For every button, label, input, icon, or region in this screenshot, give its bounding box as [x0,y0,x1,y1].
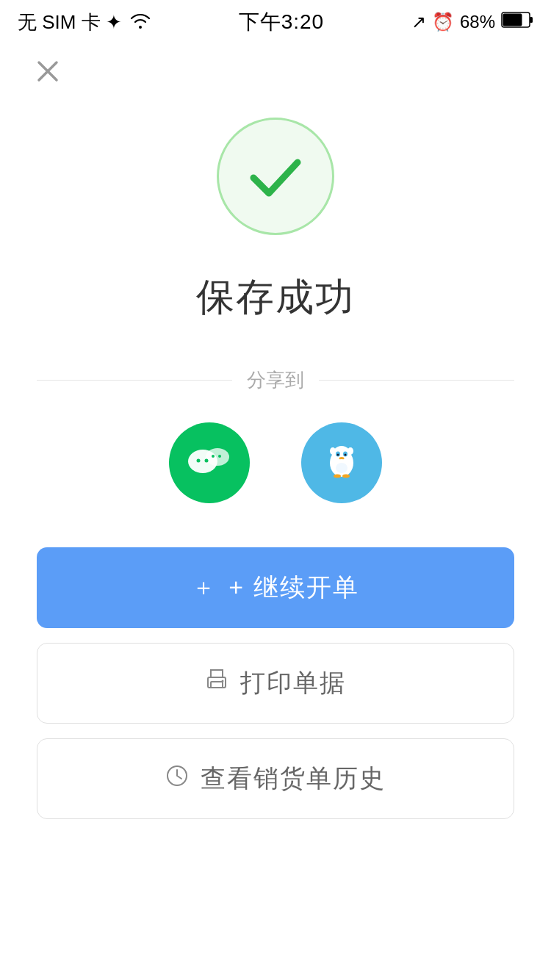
svg-point-21 [342,475,350,478]
share-section: 分享到 [0,367,551,503]
share-label: 分享到 [232,367,319,393]
svg-point-20 [334,475,341,478]
svg-point-15 [337,454,339,456]
share-divider: 分享到 [0,367,551,393]
alarm-icon: ⏰ [432,12,454,32]
history-button[interactable]: 查看销货单历史 [37,738,514,819]
continue-button[interactable]: ＋ + 继续开单 [37,547,514,628]
wechat-icon [185,441,234,485]
printer-icon [205,669,228,698]
checkmark-icon [242,143,309,209]
status-left: 无 SIM 卡 ✦ [18,10,151,35]
wifi-icon [129,11,151,34]
svg-rect-2 [503,14,522,26]
svg-point-23 [347,447,353,455]
svg-point-8 [205,459,209,463]
svg-rect-1 [530,17,533,23]
status-time: 下午3:20 [239,8,325,36]
wechat-share-button[interactable] [169,422,250,503]
svg-point-22 [330,447,336,455]
svg-rect-25 [211,670,223,677]
close-button[interactable] [29,53,66,90]
history-label: 查看销货单历史 [201,762,386,796]
sim-status: 无 SIM 卡 ✦ [18,10,122,35]
svg-point-7 [197,459,201,463]
continue-label: + 继续开单 [228,571,359,605]
status-bar: 无 SIM 卡 ✦ 下午3:20 ↗ ⏰ 68% [0,0,551,44]
print-button[interactable]: 打印单据 [37,643,514,724]
svg-point-6 [206,448,229,466]
svg-point-16 [345,454,347,456]
success-icon-circle [217,118,334,235]
print-label: 打印单据 [240,666,346,700]
share-icons [169,422,382,503]
svg-rect-26 [211,682,223,688]
svg-point-19 [336,463,347,473]
svg-point-10 [218,455,221,458]
qq-share-button[interactable] [301,422,382,503]
status-right: ↗ ⏰ 68% [411,12,533,32]
svg-point-27 [222,680,224,682]
action-buttons: ＋ + 继续开单 打印单据 查看销货单历 [0,547,551,819]
battery-percent: 68% [460,12,495,32]
battery-icon [501,12,533,32]
qq-icon [318,439,365,486]
clock-icon [165,764,189,793]
success-title: 保存成功 [196,272,355,323]
location-icon: ↗ [411,12,426,32]
plus-icon: ＋ [192,572,217,604]
main-content: 保存成功 分享到 [0,44,551,819]
svg-point-9 [212,455,215,458]
